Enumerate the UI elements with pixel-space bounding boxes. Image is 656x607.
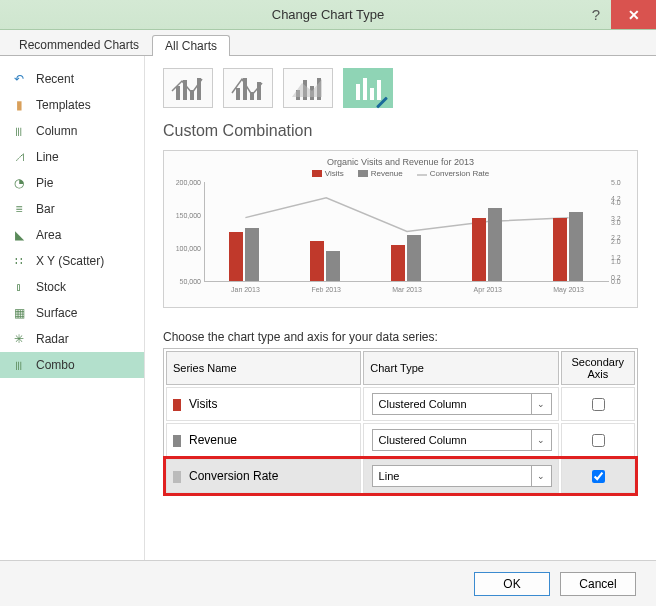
sidebar-item-label: Surface bbox=[36, 306, 77, 320]
choose-series-label: Choose the chart type and axis for your … bbox=[163, 330, 638, 344]
tab-all-charts[interactable]: All Charts bbox=[152, 35, 230, 56]
secondary-axis-checkbox[interactable] bbox=[592, 398, 605, 411]
surface-icon: ▦ bbox=[10, 305, 28, 321]
dropdown-value: Clustered Column bbox=[373, 434, 531, 446]
sidebar-item-label: Radar bbox=[36, 332, 69, 346]
legend-revenue: Revenue bbox=[371, 169, 403, 178]
chart-preview: Organic Visits and Revenue for 2013 Visi… bbox=[163, 150, 638, 308]
bar-icon: ≡ bbox=[10, 201, 28, 217]
chevron-down-icon: ⌄ bbox=[531, 430, 551, 450]
cancel-button[interactable]: Cancel bbox=[560, 572, 636, 596]
col-secondary-axis: Secondary Axis bbox=[561, 351, 635, 385]
sidebar-item-label: X Y (Scatter) bbox=[36, 254, 104, 268]
preview-chart-title: Organic Visits and Revenue for 2013 bbox=[174, 157, 627, 167]
area-icon: ◣ bbox=[10, 227, 28, 243]
sidebar-item-stock[interactable]: ⫾Stock bbox=[0, 274, 144, 300]
pie-icon: ◔ bbox=[10, 175, 28, 191]
combo-subtype-row bbox=[163, 68, 638, 108]
sidebar-item-combo[interactable]: ⫼Combo bbox=[0, 352, 144, 378]
chevron-down-icon: ⌄ bbox=[531, 394, 551, 414]
sidebar-item-recent[interactable]: ↶Recent bbox=[0, 66, 144, 92]
tab-bar: Recommended Charts All Charts bbox=[0, 30, 656, 56]
preview-plot: 50,000100,000150,000200,0000.00.21.01.22… bbox=[204, 182, 609, 282]
series-row: VisitsClustered Column⌄ bbox=[166, 387, 635, 421]
series-name-text: Visits bbox=[189, 397, 217, 411]
combo-icon: ⫼ bbox=[10, 357, 28, 373]
dropdown-value: Line bbox=[373, 470, 531, 482]
sidebar-item-label: Pie bbox=[36, 176, 53, 190]
series-row: RevenueClustered Column⌄ bbox=[166, 423, 635, 457]
titlebar: Change Chart Type ? ✕ bbox=[0, 0, 656, 30]
subtype-heading: Custom Combination bbox=[163, 122, 638, 140]
dialog-footer: OK Cancel bbox=[0, 560, 656, 606]
series-name-text: Revenue bbox=[189, 433, 237, 447]
legend-conversion: Conversion Rate bbox=[430, 169, 490, 178]
sidebar-item-radar[interactable]: ✳Radar bbox=[0, 326, 144, 352]
chart-category-sidebar: ↶Recent ▮Templates ⫼Column ⩘Line ◔Pie ≡B… bbox=[0, 56, 145, 560]
series-name-text: Conversion Rate bbox=[189, 469, 278, 483]
chart-type-dropdown[interactable]: Clustered Column⌄ bbox=[372, 429, 552, 451]
sidebar-item-surface[interactable]: ▦Surface bbox=[0, 300, 144, 326]
sidebar-item-label: Bar bbox=[36, 202, 55, 216]
preview-legend: Visits Revenue Conversion Rate bbox=[174, 169, 627, 178]
close-button[interactable]: ✕ bbox=[611, 0, 656, 29]
tab-recommended-charts[interactable]: Recommended Charts bbox=[6, 34, 152, 55]
dropdown-value: Clustered Column bbox=[373, 398, 531, 410]
close-icon: ✕ bbox=[628, 7, 640, 23]
sidebar-item-label: Templates bbox=[36, 98, 91, 112]
stock-icon: ⫾ bbox=[10, 279, 28, 295]
sidebar-item-templates[interactable]: ▮Templates bbox=[0, 92, 144, 118]
recent-icon: ↶ bbox=[10, 71, 28, 87]
column-icon: ⫼ bbox=[10, 123, 28, 139]
legend-visits: Visits bbox=[325, 169, 344, 178]
sidebar-item-bar[interactable]: ≡Bar bbox=[0, 196, 144, 222]
chart-type-dropdown[interactable]: Line⌄ bbox=[372, 465, 552, 487]
chevron-down-icon: ⌄ bbox=[531, 466, 551, 486]
help-button[interactable]: ? bbox=[581, 0, 611, 29]
sidebar-item-scatter[interactable]: ∷X Y (Scatter) bbox=[0, 248, 144, 274]
line-icon: ⩘ bbox=[10, 149, 28, 165]
series-table: Series Name Chart Type Secondary Axis Vi… bbox=[163, 348, 638, 496]
secondary-axis-checkbox[interactable] bbox=[592, 434, 605, 447]
window-title: Change Chart Type bbox=[272, 7, 385, 22]
series-row: Conversion RateLine⌄ bbox=[166, 459, 635, 493]
templates-icon: ▮ bbox=[10, 97, 28, 113]
main-panel: Custom Combination Organic Visits and Re… bbox=[145, 56, 656, 560]
subtype-custom-combination[interactable] bbox=[343, 68, 393, 108]
sidebar-item-label: Recent bbox=[36, 72, 74, 86]
chart-type-dropdown[interactable]: Clustered Column⌄ bbox=[372, 393, 552, 415]
secondary-axis-checkbox[interactable] bbox=[592, 470, 605, 483]
scatter-icon: ∷ bbox=[10, 253, 28, 269]
sidebar-item-label: Stock bbox=[36, 280, 66, 294]
subtype-clustered-column-line[interactable] bbox=[163, 68, 213, 108]
sidebar-item-label: Combo bbox=[36, 358, 75, 372]
sidebar-item-area[interactable]: ◣Area bbox=[0, 222, 144, 248]
col-series-name: Series Name bbox=[166, 351, 361, 385]
sidebar-item-label: Column bbox=[36, 124, 77, 138]
col-chart-type: Chart Type bbox=[363, 351, 558, 385]
ok-button[interactable]: OK bbox=[474, 572, 550, 596]
sidebar-item-column[interactable]: ⫼Column bbox=[0, 118, 144, 144]
sidebar-item-line[interactable]: ⩘Line bbox=[0, 144, 144, 170]
sidebar-item-pie[interactable]: ◔Pie bbox=[0, 170, 144, 196]
sidebar-item-label: Area bbox=[36, 228, 61, 242]
sidebar-item-label: Line bbox=[36, 150, 59, 164]
radar-icon: ✳ bbox=[10, 331, 28, 347]
subtype-stacked-area-column[interactable] bbox=[283, 68, 333, 108]
subtype-clustered-column-line-secondary[interactable] bbox=[223, 68, 273, 108]
